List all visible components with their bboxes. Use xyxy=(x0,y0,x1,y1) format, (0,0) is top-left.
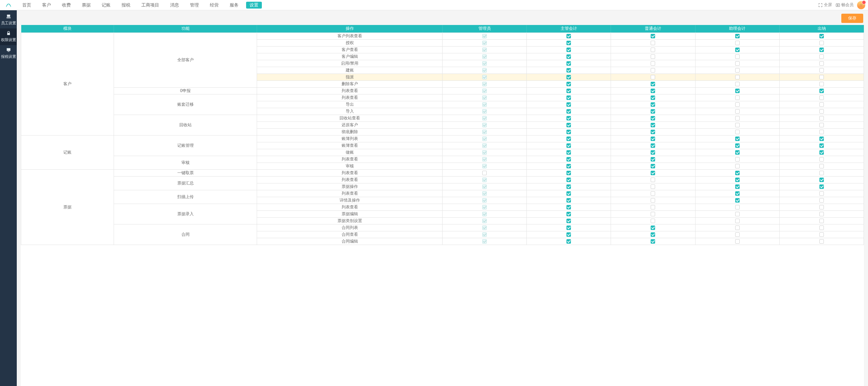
checkbox[interactable] xyxy=(819,68,824,73)
checkbox[interactable] xyxy=(566,75,571,79)
checkbox[interactable] xyxy=(566,205,571,209)
checkbox[interactable] xyxy=(735,191,740,196)
checkbox[interactable] xyxy=(735,34,740,38)
checkbox[interactable] xyxy=(735,116,740,120)
fullscreen-button[interactable]: 全屏 xyxy=(818,2,832,8)
checkbox[interactable] xyxy=(651,150,655,155)
checkbox[interactable] xyxy=(819,130,824,134)
menu-item-8[interactable]: 管理 xyxy=(184,0,204,10)
checkbox[interactable] xyxy=(566,116,571,120)
checkbox[interactable] xyxy=(566,219,571,223)
checkbox[interactable] xyxy=(651,54,655,59)
checkbox[interactable] xyxy=(651,75,655,79)
menu-item-10[interactable]: 服务 xyxy=(224,0,244,10)
checkbox[interactable] xyxy=(819,171,824,175)
sidebar-item-0[interactable]: 员工设置 xyxy=(0,12,17,28)
checkbox[interactable] xyxy=(566,137,571,141)
checkbox[interactable] xyxy=(651,219,655,223)
checkbox[interactable] xyxy=(566,41,571,45)
checkbox[interactable] xyxy=(651,34,655,38)
checkbox[interactable] xyxy=(735,184,740,189)
checkbox[interactable] xyxy=(651,116,655,120)
checkbox[interactable] xyxy=(651,123,655,127)
checkbox[interactable] xyxy=(819,89,824,93)
checkbox[interactable] xyxy=(651,184,655,189)
checkbox[interactable] xyxy=(735,219,740,223)
checkbox[interactable] xyxy=(735,178,740,182)
checkbox[interactable] xyxy=(735,102,740,107)
checkbox[interactable] xyxy=(566,82,571,86)
checkbox[interactable] xyxy=(735,109,740,114)
checkbox[interactable] xyxy=(819,41,824,45)
checkbox[interactable] xyxy=(735,61,740,66)
checkbox[interactable] xyxy=(819,137,824,141)
sidebar-item-1[interactable]: 权限设置 xyxy=(0,28,17,45)
checkbox[interactable] xyxy=(566,191,571,196)
checkbox[interactable] xyxy=(819,61,824,66)
menu-item-7[interactable]: 消息 xyxy=(165,0,184,10)
checkbox[interactable] xyxy=(566,123,571,127)
checkbox[interactable] xyxy=(566,54,571,59)
checkbox[interactable] xyxy=(566,171,571,175)
checkbox[interactable] xyxy=(566,226,571,230)
checkbox[interactable] xyxy=(651,48,655,52)
checkbox[interactable] xyxy=(566,184,571,189)
checkbox[interactable] xyxy=(735,164,740,168)
menu-item-0[interactable]: 首页 xyxy=(17,0,37,10)
menu-item-2[interactable]: 收费 xyxy=(56,0,76,10)
checkbox[interactable] xyxy=(651,191,655,196)
checkbox[interactable] xyxy=(651,95,655,100)
checkbox[interactable] xyxy=(566,143,571,148)
menu-item-6[interactable]: 工商项目 xyxy=(136,0,165,10)
checkbox[interactable] xyxy=(651,89,655,93)
checkbox[interactable] xyxy=(651,137,655,141)
menu-item-1[interactable]: 客户 xyxy=(37,0,56,10)
checkbox[interactable] xyxy=(735,130,740,134)
checkbox[interactable] xyxy=(819,82,824,86)
checkbox[interactable] xyxy=(566,178,571,182)
checkbox[interactable] xyxy=(482,171,487,175)
checkbox[interactable] xyxy=(735,143,740,148)
checkbox[interactable] xyxy=(651,143,655,148)
checkbox[interactable] xyxy=(735,82,740,86)
checkbox[interactable] xyxy=(819,184,824,189)
checkbox[interactable] xyxy=(566,212,571,216)
checkbox[interactable] xyxy=(819,191,824,196)
checkbox[interactable] xyxy=(735,54,740,59)
checkbox[interactable] xyxy=(566,95,571,100)
save-button[interactable]: 保存 xyxy=(841,14,863,23)
checkbox[interactable] xyxy=(566,109,571,114)
checkbox[interactable] xyxy=(735,150,740,155)
checkbox[interactable] xyxy=(651,157,655,162)
checkbox[interactable] xyxy=(735,171,740,175)
user-avatar[interactable] xyxy=(857,1,865,9)
menu-item-11[interactable]: 设置 xyxy=(246,2,262,9)
checkbox[interactable] xyxy=(819,54,824,59)
checkbox[interactable] xyxy=(651,226,655,230)
checkbox[interactable] xyxy=(735,75,740,79)
app-logo[interactable] xyxy=(0,0,17,10)
checkbox[interactable] xyxy=(735,212,740,216)
checkbox[interactable] xyxy=(819,48,824,52)
checkbox[interactable] xyxy=(651,178,655,182)
checkbox[interactable] xyxy=(819,150,824,155)
checkbox[interactable] xyxy=(819,198,824,203)
checkbox[interactable] xyxy=(819,178,824,182)
checkbox[interactable] xyxy=(735,226,740,230)
checkbox[interactable] xyxy=(566,48,571,52)
checkbox[interactable] xyxy=(735,41,740,45)
checkbox[interactable] xyxy=(819,212,824,216)
checkbox[interactable] xyxy=(735,68,740,73)
checkbox[interactable] xyxy=(566,61,571,66)
menu-item-5[interactable]: 报税 xyxy=(116,0,136,10)
checkbox[interactable] xyxy=(566,239,571,244)
checkbox[interactable] xyxy=(819,226,824,230)
checkbox[interactable] xyxy=(735,123,740,127)
checkbox[interactable] xyxy=(735,198,740,203)
checkbox[interactable] xyxy=(735,48,740,52)
checkbox[interactable] xyxy=(566,157,571,162)
checkbox[interactable] xyxy=(735,95,740,100)
checkbox[interactable] xyxy=(735,89,740,93)
checkbox[interactable] xyxy=(819,143,824,148)
member-button[interactable]: 畅会员 xyxy=(835,2,854,8)
